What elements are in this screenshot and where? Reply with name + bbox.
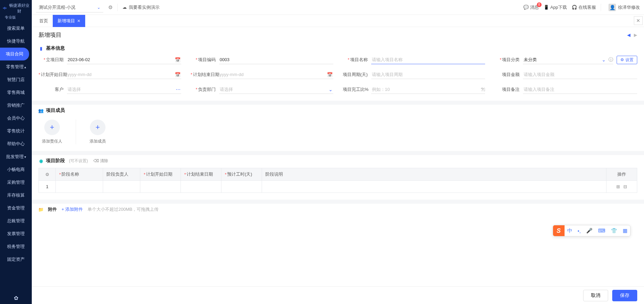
remark-input[interactable] xyxy=(523,85,637,94)
sidebar-item-project-contract[interactable]: 项目合同 xyxy=(0,48,29,60)
close-all-tabs-button[interactable]: ✕ xyxy=(634,16,643,25)
sidebar-settings-button[interactable]: ✿ xyxy=(0,292,32,304)
plan-start-input[interactable] xyxy=(67,70,181,79)
sidebar-item-ecommerce[interactable]: 小畅电商 xyxy=(0,163,32,176)
project-code-input[interactable] xyxy=(219,55,333,64)
brand-name: 畅捷通好业财 xyxy=(9,3,30,14)
members-icon: 👥 xyxy=(39,108,43,113)
sidebar-item-wholesale[interactable]: 批发管理▾ xyxy=(0,150,32,163)
field-establish-date: *立项日期 📅 xyxy=(39,55,181,64)
complete-percent-input[interactable] xyxy=(371,85,485,94)
brand-logo-icon xyxy=(2,6,7,11)
sidebar-item-inventory[interactable]: 库存核算 xyxy=(0,189,32,202)
sidebar-item-search[interactable]: 搜索菜单 xyxy=(0,22,32,35)
calendar-icon[interactable]: 📅 xyxy=(175,57,181,62)
duration-input[interactable] xyxy=(371,70,485,79)
field-project-name: *项目名称 xyxy=(343,55,485,64)
workflow-selector[interactable]: 测试分开流程-小况 ⌄ xyxy=(36,2,103,12)
cancel-button[interactable]: 取消 xyxy=(583,290,608,301)
field-amount: 项目金额 xyxy=(495,70,637,79)
chevron-down-icon[interactable]: ⌄ xyxy=(602,57,606,62)
cell-stage-name[interactable] xyxy=(56,181,103,193)
row-add-button[interactable]: ⊞ xyxy=(616,184,620,189)
cell-stage-owner[interactable] xyxy=(103,181,140,193)
divider xyxy=(117,4,118,11)
header-stage-desc: 阶段说明 xyxy=(262,168,606,180)
ime-skin-icon[interactable]: 👕 xyxy=(608,228,620,234)
header-ops: 操作 xyxy=(606,168,637,180)
calendar-icon[interactable]: 📅 xyxy=(327,72,333,77)
field-project-code: *项目编码 xyxy=(191,55,333,64)
ime-keyboard-icon[interactable]: ⌨ xyxy=(595,228,608,234)
more-icon[interactable]: ⋯ xyxy=(176,87,181,92)
sidebar-item-quicknav[interactable]: 快捷导航 xyxy=(0,35,32,48)
amount-input[interactable] xyxy=(523,70,637,79)
sidebar-item-help-center[interactable]: 帮助中心 xyxy=(0,137,32,150)
calendar-icon[interactable]: 📅 xyxy=(175,72,181,77)
sidebar-item-member-center[interactable]: 会员中心 xyxy=(0,112,32,125)
folder-icon: 📁 xyxy=(39,207,43,212)
department-select[interactable] xyxy=(219,85,333,94)
section-icon: ▮ xyxy=(39,46,43,51)
field-plan-start: *计划开始日期 📅 xyxy=(39,70,181,79)
ime-punctuation-icon[interactable]: •, xyxy=(575,228,583,234)
customer-select[interactable] xyxy=(67,85,181,94)
ime-mic-icon[interactable]: 🎤 xyxy=(583,228,595,234)
clear-stages-button[interactable]: ⌫ 清除 xyxy=(93,158,108,164)
header-gear[interactable]: ⚙ xyxy=(39,168,56,180)
sidebar-item-ledger[interactable]: 总账管理 xyxy=(0,214,32,227)
avatar-icon: 👤 xyxy=(609,4,616,11)
cell-plan-end[interactable] xyxy=(181,181,221,193)
user-menu[interactable]: 👤 徐泽华修改 xyxy=(609,4,640,11)
header-stage-name: *阶段名称 xyxy=(56,168,103,180)
tab-new-project[interactable]: 新增项目 ✕ xyxy=(53,15,85,27)
help-icon[interactable]: ⓘ xyxy=(609,57,613,63)
demo-link[interactable]: ☁ 我要看实例演示 xyxy=(122,4,160,10)
page-header: 新增项目 ◀ ▶ xyxy=(32,27,644,43)
category-settings-button[interactable]: ⚙ 设置 xyxy=(617,56,637,64)
ime-lang-toggle[interactable]: 中 xyxy=(565,228,575,234)
field-plan-end: *计划结束日期 📅 xyxy=(191,70,333,79)
add-member-button[interactable]: + xyxy=(90,120,105,135)
brand-block: 畅捷通好业财 专业版 xyxy=(0,0,32,22)
cell-est-hours[interactable] xyxy=(221,181,262,193)
sidebar-item-marketing[interactable]: 营销推广 xyxy=(0,99,32,112)
messages-button[interactable]: 💬 消息 8 xyxy=(523,4,539,10)
sidebar-item-retail-mall[interactable]: 零售商城 xyxy=(0,86,32,99)
ime-toolbar[interactable]: S 中 •, 🎤 ⌨ 👕 ▦ xyxy=(553,225,630,236)
chevron-down-icon[interactable]: ⌄ xyxy=(329,87,333,92)
project-name-input[interactable] xyxy=(371,55,485,64)
next-record-button[interactable]: ▶ xyxy=(634,32,637,37)
sidebar-item-funds[interactable]: 资金管理 xyxy=(0,202,32,214)
sidebar-item-retail-mgmt[interactable]: 零售管理▴ xyxy=(0,60,32,73)
messages-badge: 8 xyxy=(537,2,542,7)
sidebar-item-invoice[interactable]: 发票管理 xyxy=(0,227,32,240)
help-icon[interactable]: ?⃝ xyxy=(481,87,485,92)
add-attachment-button[interactable]: + 添加附件 xyxy=(62,206,83,212)
demo-label: 我要看实例演示 xyxy=(129,4,160,10)
establish-date-input[interactable] xyxy=(67,55,181,64)
sidebar-item-fixed-assets[interactable]: 固定资产 xyxy=(0,253,32,266)
sidebar-item-tax[interactable]: 税务管理 xyxy=(0,240,32,253)
close-icon[interactable]: ✕ xyxy=(77,19,80,23)
row-remove-button[interactable]: ⊟ xyxy=(623,184,627,189)
content-scroll[interactable]: ▮ 基本信息 *立项日期 📅 *项目编码 xyxy=(32,43,644,286)
app-download-label: App下载 xyxy=(550,4,567,10)
ime-menu-icon[interactable]: ▦ xyxy=(620,228,630,234)
sidebar-item-retail-stats[interactable]: 零售统计 xyxy=(0,125,32,137)
cell-plan-start[interactable] xyxy=(140,181,181,193)
sidebar-item-smart-store[interactable]: 智慧门店 xyxy=(0,73,32,86)
sogou-logo-icon: S xyxy=(553,225,565,236)
tab-home[interactable]: 首页 xyxy=(34,15,53,27)
add-owner-button[interactable]: + xyxy=(44,120,60,135)
sidebar-item-purchase[interactable]: 采购管理 xyxy=(0,176,32,189)
project-category-select[interactable] xyxy=(523,55,613,64)
app-download-button[interactable]: 📱 App下载 xyxy=(544,4,567,10)
save-button[interactable]: 保存 xyxy=(612,290,637,301)
plan-end-input[interactable] xyxy=(219,70,333,79)
workflow-settings-button[interactable]: ⚙ xyxy=(108,4,113,10)
user-name: 徐泽华修改 xyxy=(618,4,640,10)
online-service-button[interactable]: 🎧 在线客服 xyxy=(572,4,596,10)
cell-stage-desc[interactable] xyxy=(262,181,606,193)
prev-record-button[interactable]: ◀ xyxy=(627,32,630,37)
